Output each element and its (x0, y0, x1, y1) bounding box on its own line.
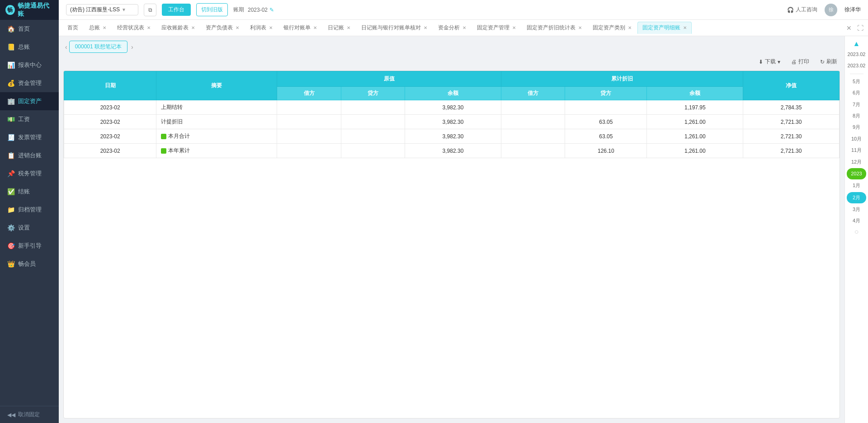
tab-bank[interactable]: 银行对账单 ✕ (278, 22, 322, 34)
cell-net: 2,721.30 (743, 144, 840, 158)
sidebar-item-settlement[interactable]: ✅ 结账 (0, 183, 59, 201)
sidebar-item-funds[interactable]: 💰 资金管理 (0, 74, 59, 92)
col-summary: 摘要 (156, 71, 277, 100)
sidebar-item-settings[interactable]: ⚙️ 设置 (0, 219, 59, 237)
tab-fixed-detail[interactable]: 固定资产明细账 ✕ (637, 22, 692, 34)
ledger-icon: 📒 (7, 43, 14, 51)
period-item-2023-02-ref1[interactable]: 2023.02 (845, 49, 868, 60)
tab-fixed-depreciation[interactable]: 固定资产折旧统计表 ✕ (522, 22, 587, 34)
tab-close-icon[interactable]: ✕ (147, 25, 151, 30)
print-button[interactable]: 🖨 打印 (788, 56, 812, 67)
maximize-tab-button[interactable]: ⛶ (856, 24, 864, 33)
user-service-button[interactable]: 🎧 人工咨询 (787, 6, 817, 14)
period-item-nov[interactable]: 11月 (845, 145, 868, 156)
period-item-jul[interactable]: 7月 (845, 99, 868, 110)
tab-close-icon[interactable]: ✕ (512, 25, 516, 30)
col-orig-credit: 贷方 (341, 87, 405, 100)
sidebar-item-reports[interactable]: 📊 报表中心 (0, 56, 59, 74)
sub-tab-prev-button[interactable]: ‹ (63, 42, 69, 52)
close-all-tab-button[interactable]: ✕ (845, 24, 853, 33)
tab-label: 固定资产明细账 (642, 24, 680, 32)
cell-acc-balance: 1,197.95 (647, 100, 743, 115)
sidebar-item-salary[interactable]: 💵 工资 (0, 110, 59, 128)
tab-close-icon[interactable]: ✕ (578, 25, 582, 30)
cell-acc-credit: 63.05 (565, 115, 647, 129)
sub-tab-asset[interactable]: 000001 联想笔记本 (69, 41, 127, 53)
workbench-button[interactable]: 工作台 (162, 4, 191, 16)
tab-fixed-category[interactable]: 固定资产类别 ✕ (588, 22, 637, 34)
tab-receivable[interactable]: 应收账龄表 ✕ (156, 22, 200, 34)
tab-balance[interactable]: 资产负债表 ✕ (201, 22, 244, 34)
tab-home[interactable]: 首页 (62, 22, 83, 34)
tab-fund-analysis[interactable]: 资金分析 ✕ (433, 22, 471, 34)
sidebar-item-home[interactable]: 🏠 首页 (0, 20, 59, 38)
cell-orig-debit (277, 129, 341, 144)
period-item-jun[interactable]: 6月 (845, 87, 868, 99)
company-selector[interactable]: (劝告) 江西服垦-LSS ▼ (66, 4, 138, 15)
period-item-oct[interactable]: 10月 (845, 133, 868, 145)
tab-close-icon[interactable]: ✕ (191, 25, 195, 30)
download-icon: ⬇ (759, 59, 763, 65)
salary-icon: 💵 (7, 116, 14, 123)
cell-net: 2,784.35 (743, 100, 840, 115)
tab-ledger[interactable]: 总账 ✕ (84, 22, 111, 34)
sub-tab-next-button[interactable]: › (129, 42, 135, 52)
sidebar-item-member[interactable]: 👑 畅会员 (0, 255, 59, 273)
period-item-dec[interactable]: 12月 (845, 156, 868, 168)
sidebar-item-tax[interactable]: 📌 税务管理 (0, 164, 59, 183)
cell-orig-credit (341, 115, 405, 129)
user-name[interactable]: 徐泽华 (844, 6, 861, 14)
tab-close-icon[interactable]: ✕ (347, 25, 350, 30)
period-item-sep[interactable]: 9月 (845, 122, 868, 133)
period-item-may[interactable]: 5月 (845, 76, 868, 87)
period-edit-icon[interactable]: ✎ (269, 7, 274, 13)
cell-net: 2,721.30 (743, 115, 840, 129)
period-item-mar[interactable]: 3月 (845, 204, 868, 215)
tab-close-icon[interactable]: ✕ (313, 25, 317, 30)
sidebar-item-ledger[interactable]: 📒 总账 (0, 38, 59, 56)
tab-close-icon[interactable]: ✕ (269, 25, 273, 30)
tab-close-icon[interactable]: ✕ (424, 25, 427, 30)
sidebar-unpin-button[interactable]: ◀◀ 取消固定 (0, 406, 59, 423)
table-row: 2023-02 上期结转 3,982.30 1,197.95 2,784.35 (64, 100, 840, 115)
sidebar-item-guide[interactable]: 🎯 新手引导 (0, 237, 59, 255)
refresh-button[interactable]: ↻ 刷新 (817, 56, 840, 67)
sidebar-item-label: 畅会员 (18, 260, 36, 268)
period-item-feb[interactable]: 2月 (847, 192, 866, 203)
sidebar-item-fixed-assets[interactable]: 🏢 固定资产 (0, 92, 59, 110)
period-item-year-2023[interactable]: 2023 (847, 168, 866, 179)
period-item-jan[interactable]: 1月 (845, 180, 868, 191)
tab-close-icon[interactable]: ✕ (103, 25, 106, 30)
settings-icon: ⚙️ (7, 224, 14, 231)
tab-operation[interactable]: 经营状况表 ✕ (112, 22, 156, 34)
period-scroll-down-button[interactable]: ○ (854, 227, 860, 237)
headset-icon: 🎧 (787, 7, 794, 13)
sidebar-item-invoice[interactable]: 🧾 发票管理 (0, 128, 59, 146)
user-avatar: 徐 (825, 4, 837, 16)
funds-icon: 💰 (7, 80, 14, 87)
cell-orig-credit (341, 129, 405, 144)
download-button[interactable]: ⬇ 下载 ▾ (756, 56, 783, 67)
tab-profit[interactable]: 利润表 ✕ (245, 22, 278, 34)
switch-old-button[interactable]: 切到旧版 (196, 3, 228, 16)
sub-tabs: ‹ 000001 联想笔记本 › (63, 41, 840, 53)
tab-close-icon[interactable]: ✕ (462, 25, 466, 30)
tab-fixed-mgmt[interactable]: 固定资产管理 ✕ (472, 22, 521, 34)
sidebar-item-archive[interactable]: 📁 归档管理 (0, 201, 59, 219)
tab-close-icon[interactable]: ✕ (683, 25, 687, 30)
sidebar-nav: 🏠 首页 📒 总账 📊 报表中心 💰 资金管理 🏢 固定资产 💵 工资 🧾 发票… (0, 20, 59, 406)
period-scroll-up-button[interactable]: ▲ (852, 39, 861, 49)
period-item-aug[interactable]: 8月 (845, 110, 868, 122)
col-acc-debit: 借方 (501, 87, 565, 100)
tab-journal[interactable]: 日记账 ✕ (323, 22, 355, 34)
sidebar-item-label: 资金管理 (18, 79, 42, 87)
period-item-apr[interactable]: 4月 (845, 215, 868, 226)
tab-close-icon[interactable]: ✕ (628, 25, 632, 30)
tab-close-icon[interactable]: ✕ (236, 25, 239, 30)
period-item-2023-02-ref2[interactable]: 2023.02 (845, 60, 868, 71)
company-dropdown-arrow: ▼ (122, 7, 126, 12)
tab-bank-check[interactable]: 日记账与银行对账单核对 ✕ (356, 22, 432, 34)
tab-label: 固定资产管理 (477, 24, 509, 32)
copy-company-button[interactable]: ⧉ (144, 4, 156, 16)
sidebar-item-purchase-sales[interactable]: 📋 进销台账 (0, 146, 59, 164)
